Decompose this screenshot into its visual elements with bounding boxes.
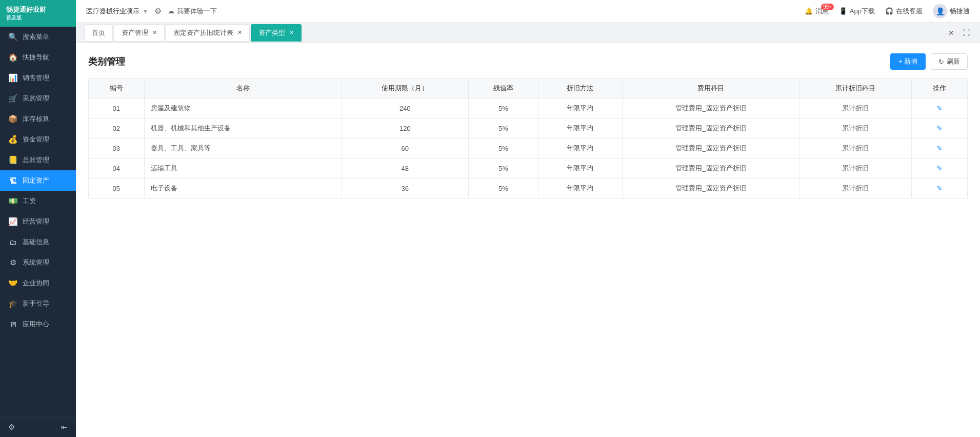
notifications-button[interactable]: 🔔 消息 99+ [805,7,829,16]
tab-actions: ✕ ⛶ [946,28,972,38]
sidebar-item-新手引导[interactable]: 🎓 新手引导 [0,293,76,314]
cell-id: 01 [89,98,145,118]
user-label: 畅捷通 [950,7,970,16]
sidebar-item-快捷导航[interactable]: 🏠 快捷导航 [0,47,76,68]
tab-3[interactable]: 资产类型✕ [251,24,302,42]
sidebar-menu: 🔍 搜索菜单🏠 快捷导航📊 销售管理🛒 采购管理📦 库存核算💰 资金管理📒 总账… [0,27,76,417]
maximize-tab-button[interactable]: ⛶ [961,28,972,38]
logo-text: 畅捷通好业财 [6,5,46,14]
sidebar-item-label: 应用中心 [23,320,49,329]
sidebar-item-label: 资金管理 [23,135,49,144]
collapse-icon[interactable]: ⇤ [61,423,68,432]
settings-icon[interactable]: ⚙ [8,423,15,432]
refresh-button[interactable]: ↻ 刷新 [931,53,968,70]
close-tab-icon[interactable]: ✕ [289,29,294,36]
sidebar-item-总账管理[interactable]: 📒 总账管理 [0,150,76,170]
sidebar-item-基础信息[interactable]: 🗂 基础信息 [0,232,76,252]
user-menu[interactable]: 👤 畅捷通 [933,4,970,18]
customer-service-button[interactable]: 🎧 在线客服 [885,7,923,16]
table-row: 01 房屋及建筑物 240 5% 年限平均 管理费用_固定资产折旧 累计折旧 ✎ [89,98,968,118]
sidebar-logo: 畅捷通好业财 普及版 [0,0,76,27]
cell-op[interactable]: ✎ [912,98,968,118]
menu-icon: 🔍 [8,32,17,42]
experience-label: 我要体验一下 [177,7,217,16]
menu-icon: 📈 [8,217,17,226]
edit-icon[interactable]: ✎ [936,104,943,112]
sidebar-item-采购管理[interactable]: 🛒 采购管理 [0,88,76,109]
col-header: 编号 [89,78,145,98]
sidebar-item-资金管理[interactable]: 💰 资金管理 [0,129,76,150]
page-header: 类别管理 + 新增 ↻ 刷新 [88,53,968,70]
sidebar-item-label: 基础信息 [23,237,49,247]
menu-icon: 🖥 [8,320,17,329]
tab-label: 固定资产折旧统计表 [173,28,233,37]
close-tab-button[interactable]: ✕ [946,28,956,38]
edit-icon[interactable]: ✎ [936,144,943,152]
tab-1[interactable]: 资产管理✕ [114,24,165,42]
app-download-button[interactable]: 📱 App下载 [839,7,875,16]
tab-0[interactable]: 首页 [84,24,113,42]
cell-method: 年限平均 [538,98,622,118]
cell-period: 120 [342,118,468,138]
gear-icon[interactable]: ⚙ [154,6,162,16]
cell-name: 运输工具 [144,158,342,178]
menu-icon: 🏠 [8,53,17,62]
cell-accumulated: 累计折旧 [799,118,912,138]
menu-icon: ⚙ [8,258,17,267]
menu-icon: 💰 [8,135,17,144]
menu-icon: 📊 [8,73,17,83]
cell-op[interactable]: ✎ [912,158,968,178]
avatar: 👤 [933,4,947,18]
cell-op[interactable]: ✎ [912,118,968,138]
menu-icon: 📒 [8,155,17,165]
headset-icon: 🎧 [885,7,893,15]
edit-icon[interactable]: ✎ [936,164,943,172]
close-tab-icon[interactable]: ✕ [237,29,242,36]
cell-residual: 5% [468,158,538,178]
col-header: 累计折旧科目 [799,78,912,98]
sidebar-item-企业协同[interactable]: 🤝 企业协同 [0,273,76,293]
customer-service-label: 在线客服 [896,7,923,16]
cell-name: 器具、工具、家具等 [144,138,342,158]
tab-2[interactable]: 固定资产折旧统计表✕ [166,24,250,42]
cell-expense: 管理费用_固定资产折旧 [622,138,799,158]
sidebar-item-label: 采购管理 [23,94,49,103]
experience-button[interactable]: ☁ 我要体验一下 [168,7,217,16]
edit-icon[interactable]: ✎ [936,184,943,192]
sidebar-item-label: 搜索菜单 [23,32,49,42]
sidebar-item-库存核算[interactable]: 📦 库存核算 [0,109,76,129]
sidebar-item-系统管理[interactable]: ⚙ 系统管理 [0,252,76,273]
close-tab-icon[interactable]: ✕ [152,29,157,36]
category-table: 编号名称使用期限（月）残值率折旧方法费用科目累计折旧科目操作 01 房屋及建筑物… [88,78,968,198]
edit-icon[interactable]: ✎ [936,124,943,132]
table-row: 03 器具、工具、家具等 60 5% 年限平均 管理费用_固定资产折旧 累计折旧… [89,138,968,158]
cell-period: 36 [342,178,468,198]
sidebar-item-固定资产[interactable]: 🏗 固定资产 [0,170,76,191]
cell-expense: 管理费用_固定资产折旧 [622,98,799,118]
menu-icon: 🎓 [8,299,17,308]
sidebar-item-应用中心[interactable]: 🖥 应用中心 [0,314,76,334]
sidebar-item-经营管理[interactable]: 📈 经营管理 [0,211,76,232]
sidebar-item-销售管理[interactable]: 📊 销售管理 [0,68,76,88]
cell-residual: 5% [468,138,538,158]
sidebar-item-label: 系统管理 [23,258,49,267]
table-row: 04 运输工具 48 5% 年限平均 管理费用_固定资产折旧 累计折旧 ✎ [89,158,968,178]
sidebar-item-搜索菜单[interactable]: 🔍 搜索菜单 [0,27,76,47]
cell-id: 03 [89,138,145,158]
cell-period: 240 [342,98,468,118]
cell-op[interactable]: ✎ [912,138,968,158]
table-header: 编号名称使用期限（月）残值率折旧方法费用科目累计折旧科目操作 [89,78,968,98]
cell-method: 年限平均 [538,158,622,178]
tabbar: 首页资产管理✕固定资产折旧统计表✕资产类型✕ ✕ ⛶ [76,23,980,43]
sidebar-item-label: 销售管理 [23,73,49,83]
sidebar: 畅捷通好业财 普及版 🔍 搜索菜单🏠 快捷导航📊 销售管理🛒 采购管理📦 库存核… [0,0,76,437]
industry-selector[interactable]: 医疗器械行业演示 ▼ [86,7,148,16]
menu-icon: 🗂 [8,238,17,247]
bell-icon: 🔔 [805,7,813,15]
table-header-row: 编号名称使用期限（月）残值率折旧方法费用科目累计折旧科目操作 [89,78,968,98]
sidebar-item-工资[interactable]: 💵 工资 [0,191,76,211]
add-button[interactable]: + 新增 [890,53,926,70]
cell-name: 房屋及建筑物 [144,98,342,118]
cell-op[interactable]: ✎ [912,178,968,198]
page-title: 类别管理 [88,55,125,68]
